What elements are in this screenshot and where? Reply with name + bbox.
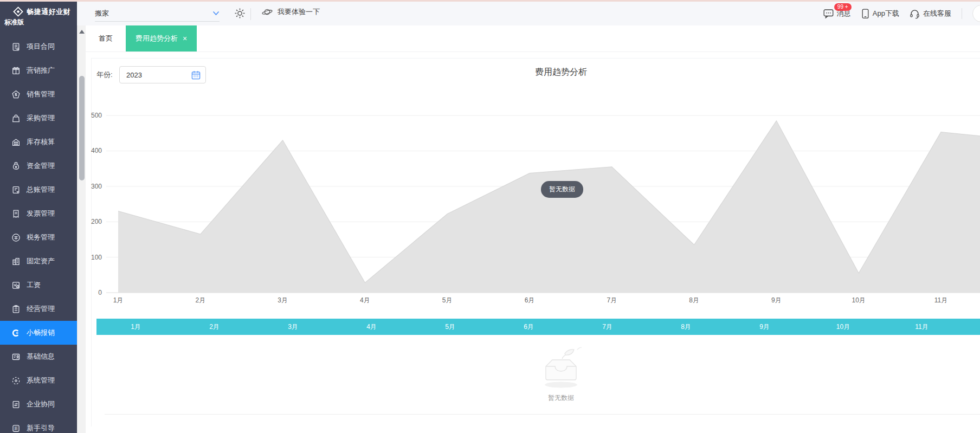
tab-expense-trend-label: 费用趋势分析 [136, 34, 178, 43]
trend-chart: 01002003004005001月2月3月4月5月6月7月8月9月10月11月… [86, 106, 980, 307]
close-tab-icon[interactable]: × [183, 35, 187, 42]
slider-month-3[interactable]: 3月 [254, 319, 332, 335]
basic-info-icon [11, 352, 21, 361]
sidebar-item-promotion[interactable]: 营销推广 [0, 59, 77, 82]
no-data-tooltip: 暂无数据 [541, 181, 583, 198]
slider-month-9[interactable]: 9月 [725, 319, 804, 335]
svg-text:6月: 6月 [525, 296, 535, 304]
sidebar-item-label: 总账管理 [27, 185, 55, 195]
sidebar-item-operations[interactable]: 经营管理 [0, 297, 77, 321]
svg-text:10月: 10月 [852, 296, 866, 304]
svg-text:2月: 2月 [195, 296, 205, 304]
brand-name: 畅捷通好业财 [27, 7, 70, 17]
payroll-icon [11, 281, 21, 290]
operations-icon [11, 305, 21, 314]
sidebar-item-guide[interactable]: 新新手引导 [0, 416, 77, 433]
workspace-name: 搬家 [95, 9, 109, 18]
main-content: 年份: 费用趋势分析 01002003004005001月2月3月4月5月6月7… [86, 52, 980, 433]
sidebar-item-label: 营销推广 [27, 66, 55, 75]
chevron-down-icon [212, 11, 220, 16]
sidebar-item-label: 库存核算 [27, 137, 55, 147]
svg-text:200: 200 [91, 218, 102, 225]
brand-edition: 标准版 [4, 18, 74, 27]
scrollbar-up-arrow-icon[interactable] [79, 30, 85, 34]
vertical-scrollbar[interactable] [77, 25, 86, 433]
sidebar-item-sales[interactable]: 销售管理 [0, 82, 77, 106]
slider-month-8[interactable]: 8月 [647, 319, 725, 335]
tab-home-label: 首页 [99, 34, 113, 43]
slider-month-4[interactable]: 4月 [332, 319, 411, 335]
svg-text:0: 0 [98, 289, 102, 296]
experience-button[interactable]: 我要体验一下 [261, 7, 320, 17]
support-button[interactable]: 在线客服 [910, 9, 951, 19]
tab-home[interactable]: 首页 [86, 25, 126, 51]
sidebar-item-inventory[interactable]: 库存核算 [0, 130, 77, 154]
slider-month-12[interactable]: 12月 [961, 319, 980, 335]
message-bubble-icon [823, 9, 834, 18]
year-picker[interactable] [119, 66, 206, 83]
svg-text:11月: 11月 [934, 296, 947, 304]
calendar-icon[interactable] [191, 70, 201, 80]
workspace-select[interactable]: 搬家 [95, 5, 220, 22]
sidebar-item-tax[interactable]: 税务管理 [0, 225, 77, 249]
invoice-icon [11, 209, 21, 218]
sidebar-item-funds[interactable]: 资金管理 [0, 154, 77, 178]
sidebar-item-label: 项目合同 [27, 42, 55, 51]
phone-icon [861, 9, 869, 19]
promotion-icon [11, 66, 21, 75]
tabbar: 首页 费用趋势分析 × [86, 25, 980, 52]
year-input[interactable] [120, 71, 191, 79]
slider-month-11[interactable]: 11月 [882, 319, 961, 335]
sidebar-item-collab[interactable]: 企业协同 [0, 392, 77, 416]
sidebar-item-purchase[interactable]: 采购管理 [0, 106, 77, 130]
svg-text:300: 300 [91, 183, 102, 190]
svg-text:1月: 1月 [113, 296, 124, 304]
sidebar-item-system[interactable]: 系统管理 [0, 369, 77, 392]
chart-title: 费用趋势分析 [496, 67, 626, 78]
month-zoom-slider[interactable]: 1月2月3月4月5月6月7月8月9月10月11月12月 [96, 319, 980, 335]
sidebar-item-label: 资金管理 [27, 161, 55, 171]
ledger-icon [11, 185, 21, 195]
slider-month-1[interactable]: 1月 [96, 319, 175, 335]
sidebar-item-label: 工资 [27, 280, 41, 290]
sidebar-item-expense[interactable]: 小畅报销 [0, 321, 77, 345]
app-window: 畅捷通好业财 标准版 项目合同营销推广销售管理采购管理库存核算资金管理总账管理发… [0, 0, 980, 433]
sidebar-item-basicinfo[interactable]: 基础信息 [0, 345, 77, 369]
svg-text:3月: 3月 [278, 296, 288, 304]
app-download-label: App下载 [873, 9, 899, 18]
svg-text:7月: 7月 [607, 296, 617, 304]
slider-month-10[interactable]: 10月 [804, 319, 882, 335]
slider-month-7[interactable]: 7月 [568, 319, 647, 335]
sidebar-item-contract[interactable]: 项目合同 [0, 35, 77, 59]
messages-button[interactable]: 消息 99 + [823, 9, 851, 18]
headset-icon [910, 9, 920, 19]
scrollbar-thumb[interactable] [79, 76, 85, 180]
sidebar-item-invoice[interactable]: 发票管理 [0, 202, 77, 225]
svg-text:8月: 8月 [689, 296, 699, 304]
slider-month-2[interactable]: 2月 [175, 319, 254, 335]
slider-month-6[interactable]: 6月 [489, 319, 568, 335]
topbar-divider [250, 8, 251, 20]
sidebar-item-label: 销售管理 [27, 89, 55, 99]
svg-text:100: 100 [91, 254, 102, 261]
topbar-right: 消息 99 + App下载 在线客服 [823, 2, 980, 25]
avatar[interactable] [972, 5, 980, 22]
sidebar-menu: 项目合同营销推广销售管理采购管理库存核算资金管理总账管理发票管理税务管理固定资产… [0, 35, 77, 433]
sidebar: 畅捷通好业财 标准版 项目合同营销推广销售管理采购管理库存核算资金管理总账管理发… [0, 0, 77, 433]
sidebar-item-label: 系统管理 [27, 376, 55, 385]
sidebar-item-ledger[interactable]: 总账管理 [0, 178, 77, 202]
app-download-button[interactable]: App下载 [861, 9, 899, 19]
guide-icon: 新 [11, 424, 21, 433]
sidebar-item-assets[interactable]: 固定资产 [0, 249, 77, 273]
svg-text:400: 400 [91, 147, 102, 154]
sidebar-item-payroll[interactable]: 工资 [0, 273, 77, 297]
sidebar-item-label: 基础信息 [27, 352, 55, 361]
topbar-right-divider [962, 8, 962, 19]
sidebar-item-label: 采购管理 [27, 113, 55, 123]
empty-state-label: 暂无数据 [528, 393, 594, 403]
window-top-accent [0, 0, 980, 2]
settings-gear-icon[interactable] [234, 8, 246, 19]
topbar: 搬家 我要体验一下 消息 99 + [77, 2, 980, 25]
tab-expense-trend[interactable]: 费用趋势分析 × [126, 25, 197, 51]
slider-month-5[interactable]: 5月 [411, 319, 489, 335]
